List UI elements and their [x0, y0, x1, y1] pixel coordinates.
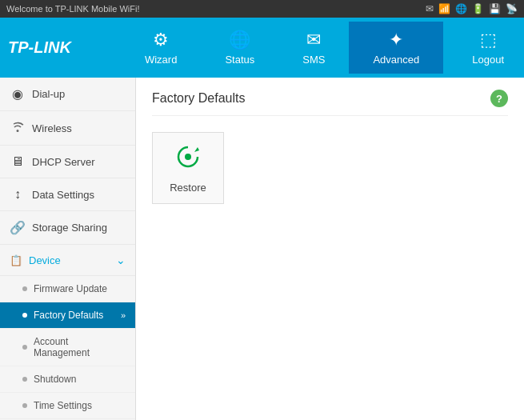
device-label: Device: [29, 254, 61, 266]
wizard-icon: ⚙: [153, 30, 169, 50]
nav-status[interactable]: 🌐 Status: [201, 22, 278, 74]
sidebar-item-device[interactable]: 📋 Device ⌄: [0, 245, 135, 276]
sidebar-item-data[interactable]: ↕ Data Settings: [0, 178, 135, 211]
data-icon: ↕: [10, 187, 26, 202]
submenu-factory[interactable]: Factory Defaults »: [0, 302, 135, 329]
chevron-down-icon: ⌄: [116, 254, 126, 266]
wifi-icon: 📡: [506, 3, 518, 14]
wizard-label: Wizard: [145, 54, 177, 66]
status-bar-title: Welcome to TP-LINK Mobile WiFi!: [6, 4, 139, 14]
navbar: TP-LINK ⚙ Wizard 🌐 Status ✉ SMS ✦ Advanc…: [0, 18, 524, 78]
shutdown-label: Shutdown: [34, 374, 76, 385]
nav-wizard[interactable]: ⚙ Wizard: [121, 22, 201, 74]
dot-icon: [22, 377, 27, 382]
advanced-label: Advanced: [373, 54, 419, 66]
page-title: Factory Defaults: [152, 91, 245, 106]
restore-icon: [174, 142, 202, 177]
dialup-icon: ◉: [10, 86, 26, 102]
restore-label: Restore: [170, 182, 206, 194]
advanced-icon: ✦: [389, 30, 403, 50]
logout-button[interactable]: ⬚ Logout: [460, 22, 516, 74]
globe-icon: 🌐: [455, 3, 467, 14]
sidebar-item-storage[interactable]: 🔗 Storage Sharing: [0, 211, 135, 245]
submenu-account[interactable]: Account Management: [0, 329, 135, 366]
logout-icon: ⬚: [480, 30, 497, 50]
status-icon: 🌐: [229, 30, 250, 50]
firmware-label: Firmware Update: [34, 283, 107, 294]
wireless-icon: [10, 120, 26, 136]
restore-button[interactable]: Restore: [152, 132, 224, 204]
submenu-firmware[interactable]: Firmware Update: [0, 276, 135, 302]
logo: TP-LINK: [8, 38, 104, 57]
main-layout: ◉ Dial-up Wireless 🖥 DHCP Server ↕ Data …: [0, 78, 524, 420]
sd-icon: 💾: [489, 3, 501, 14]
device-header-left: 📋 Device: [10, 254, 61, 266]
dhcp-label: DHCP Server: [32, 156, 95, 168]
logout-label: Logout: [472, 54, 504, 66]
battery-icon: 🔋: [472, 3, 484, 14]
storage-label: Storage Sharing: [32, 222, 107, 234]
sidebar: ◉ Dial-up Wireless 🖥 DHCP Server ↕ Data …: [0, 78, 136, 420]
data-label: Data Settings: [32, 189, 94, 201]
dot-icon: [22, 403, 27, 408]
status-label: Status: [225, 54, 254, 66]
help-button[interactable]: ?: [490, 90, 508, 107]
submenu-time[interactable]: Time Settings: [0, 393, 135, 419]
nav-advanced[interactable]: ✦ Advanced: [349, 22, 443, 74]
status-bar: Welcome to TP-LINK Mobile WiFi! ✉ 📶 🌐 🔋 …: [0, 0, 524, 18]
nav-sms[interactable]: ✉ SMS: [278, 22, 349, 74]
sms-label: SMS: [302, 54, 325, 66]
status-icons: ✉ 📶 🌐 🔋 💾 📡: [426, 3, 518, 14]
dot-icon: [22, 286, 27, 291]
restore-area: Restore: [152, 132, 508, 204]
svg-point-0: [185, 154, 191, 160]
storage-icon: 🔗: [10, 220, 26, 235]
sidebar-item-dhcp[interactable]: 🖥 DHCP Server: [0, 146, 135, 178]
device-icon: 📋: [10, 254, 22, 266]
sms-icon: ✉: [306, 30, 321, 50]
factory-label: Factory Defaults: [34, 310, 103, 321]
dialup-label: Dial-up: [32, 88, 65, 100]
sidebar-item-wireless[interactable]: Wireless: [0, 111, 135, 146]
signal-icon: 📶: [438, 3, 450, 14]
wireless-label: Wireless: [32, 122, 72, 134]
content-area: Factory Defaults ? Restore: [136, 78, 524, 420]
submenu-shutdown[interactable]: Shutdown: [0, 366, 135, 393]
dhcp-icon: 🖥: [10, 154, 26, 169]
dot-icon: [22, 345, 27, 350]
account-label: Account Management: [34, 336, 126, 358]
content-header: Factory Defaults ?: [152, 90, 508, 116]
time-label: Time Settings: [34, 400, 92, 411]
envelope-icon: ✉: [426, 3, 434, 14]
nav-items: ⚙ Wizard 🌐 Status ✉ SMS ✦ Advanced: [104, 22, 460, 74]
sidebar-item-dialup[interactable]: ◉ Dial-up: [0, 78, 135, 111]
dot-icon: [22, 313, 27, 318]
arrows-icon: »: [121, 310, 126, 320]
